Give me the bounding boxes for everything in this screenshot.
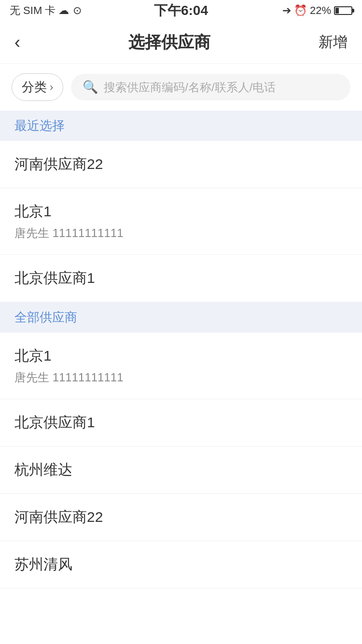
add-button[interactable]: 新增	[319, 32, 348, 52]
battery-icon	[334, 6, 352, 15]
category-label: 分类	[22, 79, 47, 96]
location-icon: ➔	[282, 4, 291, 17]
no-sim-label: 无 SIM 卡 ☁	[10, 3, 69, 18]
nav-bar: ‹ 选择供应商 新增	[0, 21, 362, 64]
search-bar: 🔍	[71, 74, 350, 100]
recent-section-header: 最近选择	[0, 111, 362, 141]
chevron-right-icon: ›	[50, 81, 53, 94]
page-title: 选择供应商	[128, 31, 210, 54]
battery-percent: 22%	[310, 4, 331, 17]
status-bar: 无 SIM 卡 ☁ ⊙ 下午6:04 ➔ ⏰ 22%	[0, 0, 362, 21]
status-right: ➔ ⏰ 22%	[282, 4, 352, 17]
search-input[interactable]	[104, 81, 339, 94]
list-item[interactable]: 北京1唐先生 11111111111	[0, 333, 362, 399]
item-name: 河南供应商22	[14, 154, 348, 174]
category-button[interactable]: 分类 ›	[12, 73, 63, 101]
recent-items-list: 河南供应商22北京1唐先生 11111111111北京供应商1	[0, 141, 362, 302]
all-section-label: 全部供应商	[14, 310, 77, 324]
list-item[interactable]: 杭州维达	[0, 447, 362, 494]
item-name: 苏州清风	[14, 555, 348, 574]
item-name: 北京供应商1	[14, 268, 348, 288]
item-sub: 唐先生 11111111111	[14, 370, 348, 385]
item-name: 北京1	[14, 202, 348, 222]
item-sub: 唐先生 11111111111	[14, 225, 348, 241]
recent-section-label: 最近选择	[14, 118, 65, 133]
search-icon: 🔍	[83, 80, 98, 95]
list-item[interactable]: 北京供应商1	[0, 399, 362, 447]
wifi-icon: ⊙	[73, 4, 82, 17]
all-section-header: 全部供应商	[0, 302, 362, 333]
list-item[interactable]: 北京供应商1	[0, 255, 362, 302]
filter-bar: 分类 › 🔍	[0, 64, 362, 111]
time-label: 下午6:04	[154, 1, 208, 20]
list-item[interactable]: 河南供应商22	[0, 494, 362, 541]
item-name: 北京1	[14, 346, 348, 366]
status-left: 无 SIM 卡 ☁ ⊙	[10, 3, 82, 18]
item-name: 河南供应商22	[14, 507, 348, 527]
back-button[interactable]: ‹	[14, 32, 20, 53]
alarm-icon: ⏰	[294, 4, 307, 17]
list-item[interactable]: 苏州清风	[0, 541, 362, 588]
list-item[interactable]: 北京1唐先生 11111111111	[0, 188, 362, 255]
all-items-list: 北京1唐先生 11111111111北京供应商1杭州维达河南供应商22苏州清风	[0, 333, 362, 588]
item-name: 北京供应商1	[14, 413, 348, 433]
list-item[interactable]: 河南供应商22	[0, 141, 362, 188]
item-name: 杭州维达	[14, 460, 348, 480]
